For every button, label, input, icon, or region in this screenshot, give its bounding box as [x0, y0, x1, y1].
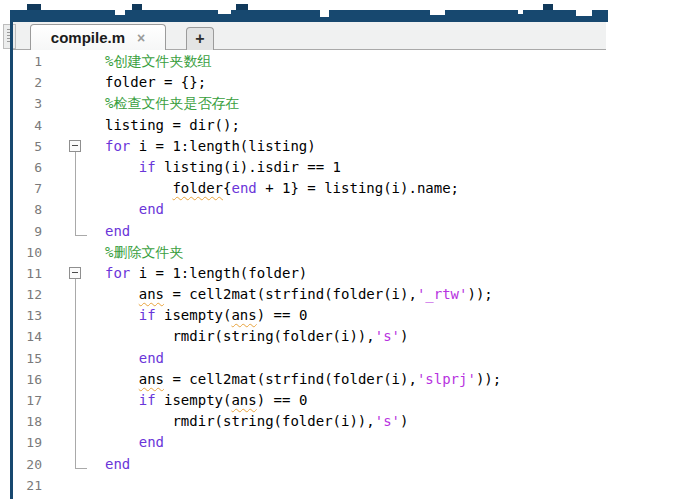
fold-rail [75, 284, 76, 305]
code-token-comment: %创建文件夹数组 [105, 53, 211, 69]
fold-rail [75, 157, 76, 178]
line-number[interactable]: 5 [13, 136, 42, 157]
code-text: folder = {}; [105, 72, 206, 93]
code-editor[interactable]: 1%创建文件夹数组2folder = {};3%检查文件夹是否存在4listin… [13, 51, 676, 499]
line-number[interactable]: 6 [13, 157, 42, 178]
code-token-plain: i = 1:length(folder) [130, 265, 307, 281]
line-number[interactable]: 11 [13, 263, 42, 284]
line-number[interactable]: 1 [13, 51, 42, 72]
code-token-string: '_rtw' [417, 286, 468, 302]
fold-rail [75, 199, 76, 220]
code-token-plain: ) == 0 [257, 307, 308, 323]
line-number[interactable]: 16 [13, 369, 42, 390]
line-number[interactable]: 20 [13, 454, 42, 475]
fold-rail [75, 411, 76, 432]
code-token-comment: %删除文件夹 [105, 244, 183, 260]
tab-compile-m[interactable]: compile.m × [30, 24, 166, 50]
code-token-keyword: if [139, 392, 156, 408]
code-token-warn: ans [231, 307, 256, 323]
line-number[interactable]: 9 [13, 221, 42, 242]
code-text: folder{end + 1} = listing(i).name; [105, 178, 459, 199]
code-token-warn: ans [139, 286, 164, 302]
code-token-string: 'slprj' [417, 371, 476, 387]
code-line[interactable]: 2folder = {}; [13, 72, 676, 93]
code-line[interactable]: 19 end [13, 432, 676, 453]
code-token-plain: + 1} = listing(i).name; [257, 180, 459, 196]
code-line[interactable]: 3%检查文件夹是否存在 [13, 93, 676, 114]
code-line[interactable]: 7 folder{end + 1} = listing(i).name; [13, 178, 676, 199]
code-line[interactable]: 6 if listing(i).isdir == 1 [13, 157, 676, 178]
new-tab-button[interactable]: + [186, 27, 214, 50]
line-number[interactable]: 8 [13, 199, 42, 220]
fold-column [42, 284, 105, 305]
code-line[interactable]: 20end [13, 454, 676, 475]
fold-column [42, 411, 105, 432]
fold-collapse-icon[interactable] [69, 267, 81, 279]
code-line[interactable]: 10%删除文件夹 [13, 242, 676, 263]
line-number[interactable]: 7 [13, 178, 42, 199]
code-token-warn: folder [172, 180, 223, 196]
code-line[interactable]: 21 [13, 475, 676, 496]
line-number[interactable]: 18 [13, 411, 42, 432]
fold-rail [75, 305, 76, 326]
code-token-keyword: for [105, 138, 130, 154]
code-line[interactable]: 8 end [13, 199, 676, 220]
code-token-plain: rmdir(string(folder(i)), [172, 328, 374, 344]
line-number[interactable]: 19 [13, 432, 42, 453]
line-number[interactable]: 21 [13, 475, 42, 496]
toolbar-fragment-stub [236, 4, 248, 10]
code-line[interactable]: 5for i = 1:length(listing) [13, 136, 676, 157]
line-number[interactable]: 17 [13, 390, 42, 411]
code-line[interactable]: 13 if isempty(ans) == 0 [13, 305, 676, 326]
code-line[interactable]: 1%创建文件夹数组 [13, 51, 676, 72]
line-number[interactable]: 15 [13, 348, 42, 369]
line-number[interactable]: 12 [13, 284, 42, 305]
fold-rail-end [75, 454, 87, 469]
code-text: if listing(i).isdir == 1 [105, 157, 341, 178]
fold-column [42, 432, 105, 453]
code-line[interactable]: 15 end [13, 348, 676, 369]
code-token-keyword: end [139, 350, 164, 366]
code-text: %创建文件夹数组 [105, 51, 211, 72]
code-text: listing = dir(); [105, 115, 240, 136]
code-line[interactable]: 16 ans = cell2mat(strfind(folder(i),'slp… [13, 369, 676, 390]
code-token-keyword: end [105, 456, 130, 472]
code-line[interactable]: 4listing = dir(); [13, 115, 676, 136]
toolbar-fragment-notch [218, 10, 231, 14]
code-line[interactable]: 12 ans = cell2mat(strfind(folder(i),'_rt… [13, 284, 676, 305]
fold-rail [75, 326, 76, 347]
code-line[interactable]: 11for i = 1:length(folder) [13, 263, 676, 284]
line-number[interactable]: 2 [13, 72, 42, 93]
code-line[interactable]: 9end [13, 221, 676, 242]
line-number[interactable]: 10 [13, 242, 42, 263]
fold-column [42, 454, 105, 475]
code-token-comment: %检查文件夹是否存在 [105, 95, 239, 111]
code-text: if isempty(ans) == 0 [105, 390, 307, 411]
code-lines: 1%创建文件夹数组2folder = {};3%检查文件夹是否存在4listin… [13, 51, 676, 496]
line-number[interactable]: 14 [13, 326, 42, 347]
fold-column [42, 72, 105, 93]
fold-collapse-icon[interactable] [69, 140, 81, 152]
code-token-plain: rmdir(string(folder(i)), [172, 413, 374, 429]
code-line[interactable]: 17 if isempty(ans) == 0 [13, 390, 676, 411]
tab-close-icon[interactable]: × [137, 31, 145, 45]
fold-column [42, 390, 105, 411]
fold-column [42, 51, 105, 72]
fold-column [42, 157, 105, 178]
code-token-keyword: for [105, 265, 130, 281]
code-text: %检查文件夹是否存在 [105, 93, 239, 114]
code-text: ans = cell2mat(strfind(folder(i),'_rtw')… [105, 284, 493, 305]
code-text: ans = cell2mat(strfind(folder(i),'slprj'… [105, 369, 501, 390]
code-token-keyword: if [139, 159, 156, 175]
fold-column [42, 136, 105, 157]
line-number[interactable]: 3 [13, 93, 42, 114]
code-text: end [105, 348, 164, 369]
line-number[interactable]: 13 [13, 305, 42, 326]
code-token-plain: )); [476, 371, 501, 387]
line-number[interactable]: 4 [13, 115, 42, 136]
code-token-plain: isempty( [156, 307, 232, 323]
code-token-plain: = cell2mat(strfind(folder(i), [164, 286, 417, 302]
code-line[interactable]: 18 rmdir(string(folder(i)),'s') [13, 411, 676, 432]
code-text: %删除文件夹 [105, 242, 183, 263]
code-line[interactable]: 14 rmdir(string(folder(i)),'s') [13, 326, 676, 347]
